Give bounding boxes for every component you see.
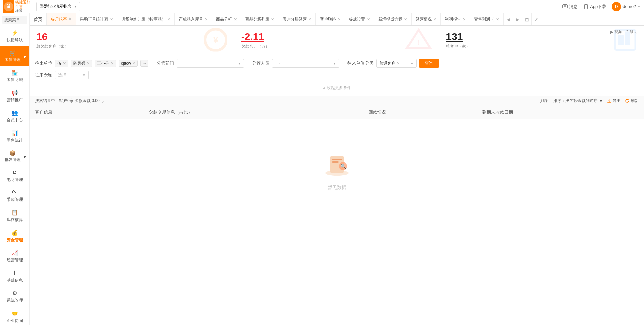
sort-select[interactable]: 排序： 排序：按欠款金额到逆序 ▼ — [540, 98, 603, 104]
unit-class-chevron-icon: ▼ — [410, 62, 414, 65]
dept-select[interactable]: ▼ — [177, 59, 244, 68]
sidebar-item-enterprise-collab[interactable]: 🤝 企业协同 — [0, 307, 29, 325]
tab-goods-analysis[interactable]: 商品分析 ✕ — [212, 13, 241, 25]
export-btn[interactable]: 导出 — [607, 98, 621, 104]
sidebar-item-quick-nav[interactable]: ⚡ 快捷导航 — [0, 26, 29, 46]
tab-cost-in[interactable]: 产成品入库单 ✕ — [175, 13, 212, 25]
sidebar-item-system[interactable]: ⚙ 系统管理 — [0, 287, 29, 307]
tab-nav-prev[interactable]: ◀ — [503, 13, 513, 26]
tab-customer-contact[interactable]: 客户联络 ✕ — [316, 13, 345, 25]
search-input[interactable] — [2, 16, 27, 24]
tag-close-wang[interactable]: ✕ — [111, 61, 114, 66]
unit-class-select[interactable]: 普通客户 ✕ ▼ — [376, 59, 417, 68]
filter-more-btn[interactable]: ··· — [140, 60, 148, 67]
collapse-btn[interactable]: ∧ 收起更多条件 — [318, 84, 355, 92]
logo-area: ¥ 畅捷通好生意 标版 — [3, 0, 33, 13]
tab-retail-profit[interactable]: 零售利润（ ✕ — [470, 13, 503, 25]
sidebar-item-purchase[interactable]: 🛍 采购管理 — [0, 186, 29, 206]
tab-close-goods-stats[interactable]: ✕ — [167, 17, 170, 22]
refresh-btn[interactable]: 刷新 — [625, 98, 639, 104]
tab-close-new-raise-plan[interactable]: ✕ — [404, 17, 407, 22]
finance-icon: 💰 — [11, 229, 18, 236]
owe-customers-number: 16 — [36, 31, 227, 42]
app-download-btn[interactable]: App下载 — [583, 4, 606, 10]
unit-class-label: 往来单位分类 — [347, 60, 374, 66]
tab-customer-account[interactable]: 客户账本 ✕ — [47, 13, 76, 25]
stats-bar: ¥ 16 总欠款客户（家） ! -2.11 欠款合计（万） — [30, 26, 644, 55]
logo-box: ¥ — [3, 0, 14, 13]
tag-close-wu[interactable]: ✕ — [63, 61, 66, 66]
enterprise-collab-icon: 🤝 — [11, 310, 18, 317]
user-area[interactable]: D demo2 ▼ — [612, 2, 641, 11]
sidebar-item-ecommerce[interactable]: 🖥 电商管理 — [0, 166, 29, 186]
tag-close-chen[interactable]: ✕ — [87, 61, 90, 66]
tab-operation-situation[interactable]: 经营情况 ✕ — [412, 13, 441, 25]
tab-restore-btn[interactable]: ⊡ — [522, 13, 531, 26]
tab-new-raise-plan[interactable]: 新增提成方案 ✕ — [374, 13, 412, 25]
tab-close-customer-contact[interactable]: ✕ — [338, 17, 341, 22]
message-icon — [562, 4, 568, 9]
owe-customers-bg-icon: ¥ — [204, 28, 227, 51]
sidebar-item-batch-mgmt[interactable]: 📦 批发管理 ▶ — [0, 147, 29, 166]
sidebar-item-marketing[interactable]: 📢 营销推广 — [0, 86, 29, 106]
empty-state: 🔍 暂无数据 — [30, 119, 644, 218]
tab-close-operation-situation[interactable]: ✕ — [433, 17, 436, 22]
sidebar-item-finance[interactable]: 💰 资金管理 — [0, 226, 29, 246]
sidebar-item-operations[interactable]: 📈 经营管理 — [0, 246, 29, 266]
tab-close-raise-settings[interactable]: ✕ — [367, 17, 370, 22]
table-header-row: 客户信息 欠款交易信息（占比） 回款情况 到期未收款日期 — [30, 106, 644, 119]
tab-home[interactable]: 首页 — [30, 13, 47, 25]
message-btn[interactable]: 消息 — [562, 4, 578, 10]
help-video-btn[interactable]: ▶ 视频 — [610, 29, 622, 35]
tab-close-cost-in[interactable]: ✕ — [205, 17, 208, 22]
result-actions: 排序： 排序：按欠款金额到逆序 ▼ 导出 刷新 — [540, 98, 639, 104]
tab-close-purchase-order-stats[interactable]: ✕ — [110, 17, 113, 22]
refresh-icon — [625, 99, 629, 103]
tab-goods-analysis-list[interactable]: 商品分析列表 ✕ — [241, 13, 278, 25]
tab-goods-stats[interactable]: 进货单统计表（按商品） ✕ — [117, 13, 175, 25]
tab-close-goods-analysis[interactable]: ✕ — [234, 17, 237, 22]
logo-text: 畅捷通好生意 标版 — [14, 0, 33, 13]
person-select[interactable]: ··· ▼ — [272, 59, 339, 68]
owe-total-bg-icon: ! — [405, 28, 432, 51]
table-container: 客户信息 欠款交易信息（占比） 回款情况 到期未收款日期 — [30, 106, 644, 325]
tab-profit-report[interactable]: 利润报告 ✕ — [441, 13, 470, 25]
no-data-illustration: 🔍 — [320, 146, 354, 180]
purchase-icon: 🛍 — [12, 189, 17, 195]
tab-raise-settings[interactable]: 提成设置 ✕ — [345, 13, 374, 25]
sidebar-item-member-center[interactable]: 👥 会员中心 — [0, 106, 29, 127]
sidebar-item-inventory[interactable]: 📋 库存核算 — [0, 206, 29, 226]
tab-close-customer-account[interactable]: ✕ — [69, 17, 72, 21]
marketing-icon: 📢 — [11, 89, 18, 96]
sidebar-item-retail-stats[interactable]: 📊 零售统计 — [0, 127, 29, 147]
help-doc-btn[interactable]: ? 帮助 — [626, 29, 637, 35]
tab-fullscreen-btn[interactable]: ⤢ — [531, 13, 541, 26]
person-more-btn[interactable]: ··· — [276, 61, 280, 65]
tab-close-goods-analysis-list[interactable]: ✕ — [271, 17, 274, 22]
tag-close-normal-customer[interactable]: ✕ — [397, 61, 400, 66]
tab-close-retail-profit[interactable]: ✕ — [496, 17, 499, 22]
sidebar-item-basic-info[interactable]: ℹ 基础信息 — [0, 266, 29, 287]
svg-text:!: ! — [418, 39, 420, 46]
sidebar-item-retail-mgmt[interactable]: 🛒 零售管理 ▶ — [0, 46, 29, 66]
inventory-icon: 📋 — [11, 209, 18, 216]
account-selector[interactable]: 母婴行业演示帐套 ▼ — [36, 2, 80, 11]
query-btn[interactable]: 查询 — [419, 59, 439, 68]
person-chevron-icon: ▼ — [333, 62, 336, 65]
tab-close-profit-report[interactable]: ✕ — [463, 17, 466, 22]
tab-customer-tier[interactable]: 客户分层经营 ✕ — [278, 13, 316, 25]
sidebar-item-retail-mall[interactable]: 🏪 零售商城 — [0, 66, 29, 86]
help-area: ▶ 视频 ? 帮助 — [610, 29, 637, 35]
phone-icon — [583, 4, 589, 9]
col-owe-trade-info: 欠款交易信息（占比） — [143, 106, 363, 119]
tab-purchase-order-stats[interactable]: 采购订单统计表 ✕ — [76, 13, 117, 25]
tag-close-cjttcw[interactable]: ✕ — [132, 61, 135, 66]
tab-close-customer-tier[interactable]: ✕ — [308, 17, 311, 22]
total-customers-number: 131 — [446, 31, 637, 42]
visit-balance-select[interactable]: 选择... ▼ — [55, 71, 89, 79]
tab-nav-next[interactable]: ▶ — [513, 13, 522, 26]
svg-text:🔍: 🔍 — [340, 164, 346, 169]
retail-stats-icon: 📊 — [11, 130, 18, 136]
retail-mall-icon: 🏪 — [11, 69, 18, 76]
chevron-down-icon: ▼ — [637, 5, 641, 8]
